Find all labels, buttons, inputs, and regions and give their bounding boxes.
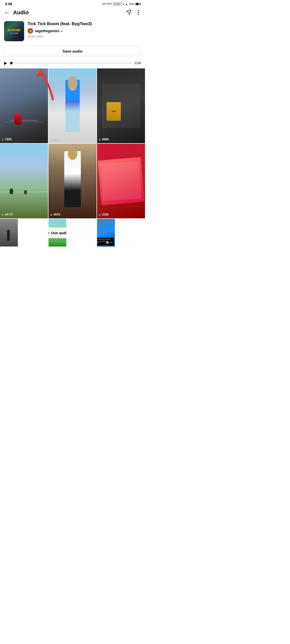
album-art: SCOOB! THE ALBUM	[4, 21, 24, 41]
status-bar: 5:59 805 KB/S VoWiFi ▾ ▲ 70%	[0, 0, 145, 7]
use-audio-button[interactable]: ◎ Use audio	[49, 227, 66, 238]
video-grid-wrapper: ▷ 155k ▷ 279k BEAT	[0, 68, 145, 247]
video-cell-6[interactable]: ▷ 233k	[97, 144, 145, 218]
video-count-4: ▷ 44.7k	[2, 213, 13, 216]
more-options-button[interactable]: ⋮	[135, 9, 141, 16]
play-icon: ▷	[99, 138, 101, 141]
signal-icon: ▲	[125, 3, 128, 6]
play-icon: ▷	[2, 213, 4, 216]
audio-player: ▶ 0:00	[0, 59, 145, 68]
video-count-1: ▷ 155k	[2, 138, 12, 141]
video-count-6: ▷ 233k	[99, 213, 109, 216]
artist-row: S sagethegemini ●	[28, 28, 141, 34]
video-cell-4[interactable]: ▷ 44.7k	[0, 144, 48, 218]
audio-info-section: SCOOB! THE ALBUM Tick Tick Boom (feat. B…	[0, 18, 145, 44]
artist-name: sagethegemini	[35, 29, 59, 33]
header-right: ⋮	[126, 9, 141, 16]
verified-icon: ●	[61, 29, 63, 33]
page-title: Audio	[13, 9, 29, 16]
video-cell-3[interactable]: BEAT ▷ 669k	[97, 68, 145, 143]
video-grid: ▷ 155k ▷ 279k BEAT	[0, 68, 145, 247]
video-count-3: ▷ 669k	[99, 138, 109, 141]
audio-details: Tick Tick Boom (feat. BygTwo3) S sagethe…	[28, 21, 141, 38]
play-icon: ▷	[99, 213, 101, 216]
status-time: 5:59	[5, 2, 12, 6]
album-title-text: SCOOB!	[8, 28, 21, 32]
camera-icon: ◎	[49, 230, 49, 235]
send-button[interactable]	[126, 9, 131, 16]
video-cell-8[interactable]: ◎ Use audio	[49, 219, 66, 247]
video-cell-1[interactable]: ▷ 155k	[0, 68, 48, 143]
progress-dot[interactable]	[10, 62, 13, 64]
play-icon: ▷	[51, 213, 53, 216]
network-speed: 805 KB/S	[103, 3, 112, 5]
play-icon: ▷	[51, 138, 53, 141]
play-icon: ▷	[2, 138, 4, 141]
watermark-text: lee gal heon leoned	[97, 238, 113, 240]
video-cell-5[interactable]: ▷ 457k	[49, 144, 96, 218]
svg-marker-0	[126, 10, 131, 14]
video-cell-7[interactable]	[0, 219, 18, 247]
header: ← Audio ⋮	[0, 7, 145, 18]
time-display: 0:00	[135, 61, 141, 65]
video-count-5: ▷ 457k	[51, 213, 60, 216]
video-cell-2[interactable]: ▷ 279k	[49, 68, 96, 143]
battery-label: 70%	[129, 3, 134, 6]
audio-title: Tick Tick Boom (feat. BygTwo3)	[28, 21, 141, 27]
wifi-icon: ▾	[123, 3, 124, 6]
video-count-2: ▷ 279k	[51, 138, 60, 141]
progress-bar[interactable]	[10, 63, 132, 63]
video-cell-9[interactable]: lee gal heon leoned G ADGETS T O USE	[97, 219, 115, 247]
artist-avatar: S	[28, 28, 33, 34]
status-icons: 805 KB/S VoWiFi ▾ ▲ 70%	[103, 2, 140, 6]
wifi-label: VoWiFi	[113, 2, 122, 6]
battery-icon	[135, 3, 140, 5]
save-audio-button[interactable]: Save audio	[4, 46, 141, 56]
play-button[interactable]: ▶	[4, 61, 7, 65]
header-left: ← Audio	[4, 9, 29, 16]
reels-count: 603K reels	[28, 35, 141, 38]
back-button[interactable]: ←	[4, 9, 10, 16]
